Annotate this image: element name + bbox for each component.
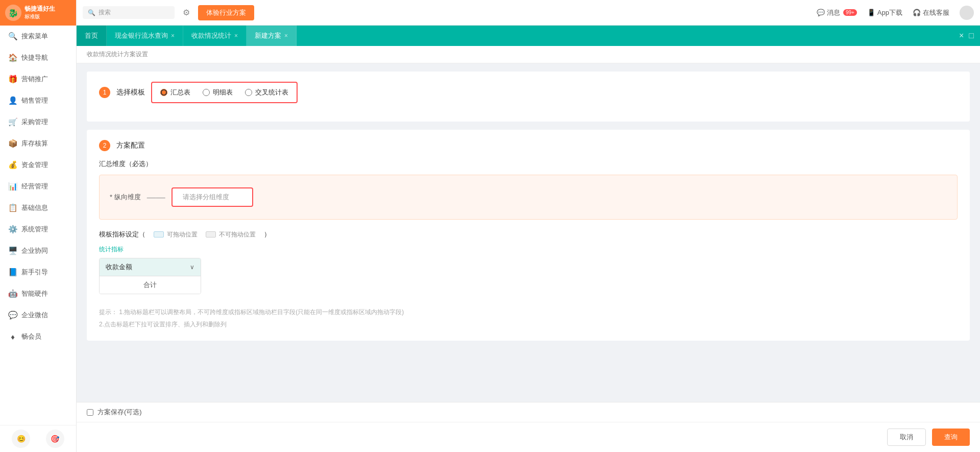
- save-checkbox[interactable]: [87, 409, 93, 416]
- sidebar-item-finance[interactable]: 💰 资金管理: [0, 154, 76, 176]
- sidebar-item-member[interactable]: ♦️ 畅会员: [0, 326, 76, 347]
- page-content: 1 选择模板 汇总表 明细表 交叉统计表: [77, 63, 980, 402]
- sidebar-item-enterprise[interactable]: 🖥️ 企业协同: [0, 240, 76, 261]
- metrics-config-header: 模板指标设定（ 可拖动位置 不可拖动位置 ）: [99, 230, 958, 239]
- cancel-button[interactable]: 取消: [887, 429, 926, 446]
- sidebar-item-smart-hw[interactable]: 🤖 智能硬件: [0, 283, 76, 304]
- sidebar-bottom: 😊 🎯: [0, 425, 76, 452]
- content-area: 收款情况统计方案设置 1 选择模板 汇总表 明细表: [77, 46, 980, 452]
- tab-cash-bank-close[interactable]: ×: [171, 32, 175, 39]
- vertical-label: * 纵向维度: [110, 193, 141, 202]
- sidebar-item-inventory[interactable]: 📦 库存核算: [0, 133, 76, 154]
- member-icon: ♦️: [8, 332, 17, 341]
- step2-card: 2 方案配置 汇总维度（必选） * 纵向维度 ——: [87, 130, 970, 341]
- radio-summary-input[interactable]: [160, 89, 167, 96]
- step1-card: 1 选择模板 汇总表 明细表 交叉统计表: [87, 72, 970, 122]
- sidebar-bottom-btn-1[interactable]: 😊: [12, 430, 30, 448]
- query-button[interactable]: 查询: [932, 429, 970, 446]
- purchase-icon: 🛒: [8, 117, 17, 127]
- dimension-select[interactable]: 请选择分组维度: [172, 187, 253, 207]
- radio-summary[interactable]: 汇总表: [160, 88, 190, 97]
- sidebar-item-newbie[interactable]: 📘 新手引导: [0, 261, 76, 283]
- online-service-label: 在线客服: [923, 8, 949, 17]
- topbar-right: 💬 消息 99+ 📱 App下载 🎧 在线客服: [817, 6, 974, 20]
- metrics-label: 统计指标: [99, 245, 958, 254]
- smart-hw-icon: 🤖: [8, 289, 17, 298]
- dimension-title-text: 汇总维度（必选）: [99, 160, 152, 168]
- step2-title: 方案配置: [116, 141, 145, 150]
- tab-home[interactable]: 首页: [77, 26, 107, 46]
- sidebar-item-basic-info[interactable]: 📋 基础信息: [0, 197, 76, 219]
- radio-cross[interactable]: 交叉统计表: [245, 88, 288, 97]
- sidebar-item-label: 搜索菜单: [21, 32, 48, 41]
- marketing-icon: 🎁: [8, 75, 17, 84]
- tab-home-label: 首页: [85, 31, 98, 40]
- message-item[interactable]: 💬 消息 99+: [817, 8, 857, 17]
- radio-cross-label: 交叉统计表: [255, 88, 288, 97]
- radio-detail-input[interactable]: [203, 89, 210, 96]
- newbie-icon: 📘: [8, 268, 17, 277]
- tabbar: 首页 现金银行流水查询 × 收款情况统计 × 新建方案 × × □: [77, 26, 980, 46]
- search-icon: 🔍: [88, 9, 95, 16]
- footer: 方案保存(可选) 取消 查询: [77, 402, 980, 452]
- trial-button[interactable]: 体验行业方案: [198, 5, 254, 20]
- window-maximize-btn[interactable]: □: [969, 31, 974, 40]
- sidebar-item-sales[interactable]: 👤 销售管理: [0, 90, 76, 111]
- step2-header: 2 方案配置: [99, 140, 958, 151]
- settings-icon[interactable]: ⚙: [179, 5, 194, 20]
- sidebar-item-label: 采购管理: [21, 117, 48, 127]
- sidebar-bottom-btn-2[interactable]: 🎯: [46, 430, 64, 448]
- dimension-arrow: ——: [147, 192, 165, 203]
- metrics-table-header[interactable]: 收款金额 ∨: [100, 258, 201, 276]
- radio-summary-label: 汇总表: [170, 88, 190, 97]
- sidebar-item-label: 企业微信: [21, 311, 48, 320]
- tab-cash-bank[interactable]: 现金银行流水查询 ×: [107, 26, 183, 46]
- breadcrumb-text: 收款情况统计方案设置: [87, 51, 148, 58]
- user-avatar[interactable]: [960, 6, 974, 20]
- tab-new-plan[interactable]: 新建方案 ×: [247, 26, 297, 46]
- sidebar-item-label: 快捷导航: [21, 53, 48, 62]
- metrics-header-text: 模板指标设定（: [99, 230, 145, 239]
- step1-title: 选择模板: [116, 88, 145, 97]
- sidebar-item-system[interactable]: ⚙️ 系统管理: [0, 219, 76, 240]
- tip-2: 2.点击标题栏下拉可设置排序、插入列和删除列: [99, 318, 958, 330]
- tip-2-text: 2.点击标题栏下拉可设置排序、插入列和删除列: [99, 318, 227, 330]
- finance-icon: 💰: [8, 160, 17, 170]
- radio-cross-input[interactable]: [245, 89, 252, 96]
- radio-detail[interactable]: 明细表: [203, 88, 233, 97]
- tab-collection-stats[interactable]: 收款情况统计 ×: [183, 26, 247, 46]
- main-content: 🔍 搜索 ⚙ 体验行业方案 💬 消息 99+ 📱 App下载 🎧 在线客服 首页: [77, 0, 980, 452]
- footer-save-section: 方案保存(可选): [77, 402, 980, 422]
- tip-1-text: 提示： 1.拖动标题栏可以调整布局，不可跨维度或指标区域拖动栏目字段(只能在同一…: [99, 306, 404, 318]
- message-label: 消息: [827, 8, 840, 17]
- logo-text: 畅捷通好生: [24, 5, 55, 13]
- metrics-column-header: 收款金额: [106, 263, 186, 272]
- sidebar-item-operations[interactable]: 📊 经营管理: [0, 176, 76, 197]
- sidebar-item-quick-nav[interactable]: 🏠 快捷导航: [0, 47, 76, 68]
- sidebar-item-label: 库存核算: [21, 139, 48, 148]
- metrics-cell-total: 合计: [100, 276, 201, 294]
- search-box[interactable]: 🔍 搜索: [83, 6, 175, 19]
- metrics-chevron-icon[interactable]: ∨: [190, 264, 194, 271]
- tab-collection-stats-close[interactable]: ×: [234, 32, 238, 39]
- fixed-legend: 不可拖动位置: [206, 230, 256, 239]
- close-paren: ）: [264, 230, 271, 239]
- sidebar-item-marketing[interactable]: 🎁 营销推广: [0, 68, 76, 90]
- search-placeholder: 搜索: [99, 8, 111, 17]
- sidebar-item-search-menu[interactable]: 🔍 搜索菜单: [0, 26, 76, 47]
- sidebar: 🐉 畅捷通好生 标准版 🔍 搜索菜单 🏠 快捷导航 🎁 营销推广 👤 销售管理 …: [0, 0, 77, 452]
- online-service-item[interactable]: 🎧 在线客服: [913, 8, 949, 17]
- sidebar-item-label: 资金管理: [21, 160, 48, 170]
- sidebar-item-purchase[interactable]: 🛒 采购管理: [0, 111, 76, 133]
- tab-new-plan-close[interactable]: ×: [284, 32, 288, 39]
- metrics-section: 模板指标设定（ 可拖动位置 不可拖动位置 ） 统计指标: [99, 230, 958, 296]
- window-close-btn[interactable]: ×: [959, 31, 964, 40]
- tab-collection-stats-label: 收款情况统计: [191, 31, 231, 40]
- app-download-item[interactable]: 📱 App下载: [867, 8, 902, 17]
- sidebar-item-label: 畅会员: [21, 332, 41, 341]
- inventory-icon: 📦: [8, 139, 17, 148]
- step1-badge: 1: [99, 87, 110, 98]
- tabbar-actions: × □: [953, 26, 980, 46]
- sidebar-item-wechat[interactable]: 💬 企业微信: [0, 304, 76, 326]
- footer-actions: 取消 查询: [77, 422, 980, 452]
